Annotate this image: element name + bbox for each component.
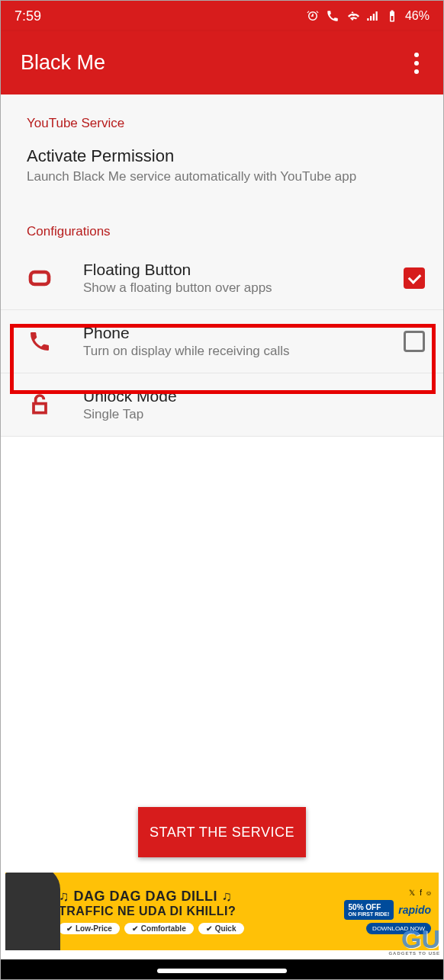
permission-title: Activate Permission	[27, 146, 417, 166]
ad-headline-2: TRAFFIC NE UDA DI KHILLI?	[59, 905, 339, 918]
ad-headline-1: ♫ DAG DAG DAG DILLI ♫	[59, 889, 339, 905]
instagram-icon: ⌾	[426, 889, 431, 897]
start-service-label: START THE SERVICE	[150, 825, 294, 841]
permission-subtitle: Launch Black Me service automatically wi…	[27, 169, 417, 184]
ad-pill: ✔ Comfortable	[124, 923, 194, 934]
config-list: Floating Button Show a floating button o…	[1, 247, 443, 437]
signal-icon	[365, 9, 379, 23]
list-item-subtitle: Show a floating button over apps	[83, 280, 404, 296]
battery-percent: 46%	[405, 9, 430, 23]
app-bar: Black Me	[1, 31, 443, 94]
list-item-subtitle: Turn on display while receiving calls	[83, 344, 404, 359]
ad-text: ♫ DAG DAG DAG DILLI ♫ TRAFFIC NE UDA DI …	[59, 889, 339, 934]
status-bar: 7:59 46%	[1, 1, 443, 31]
svg-rect-0	[31, 272, 49, 284]
status-time: 7:59	[14, 8, 41, 24]
config-unlock-mode-row[interactable]: Unlock Mode Single Tap	[1, 373, 443, 437]
config-phone-row[interactable]: Phone Turn on display while receiving ca…	[1, 310, 443, 373]
activate-permission-row[interactable]: Activate Permission Launch Black Me serv…	[1, 139, 443, 203]
unlock-icon	[22, 392, 57, 417]
battery-icon	[385, 9, 399, 23]
list-item-title: Phone	[83, 324, 404, 342]
ad-banner[interactable]: ♫ DAG DAG DAG DILLI ♫ TRAFFIC NE UDA DI …	[5, 873, 439, 950]
rectangle-icon	[22, 266, 57, 290]
section-header-config: Configurations	[1, 203, 443, 247]
twitter-icon: 𝕏	[409, 889, 415, 897]
facebook-icon: f	[420, 889, 422, 897]
ad-brand-logo: rapido	[398, 904, 431, 916]
main-content: YouTube Service Activate Permission Laun…	[1, 94, 443, 437]
ad-pill: ✔ Low-Price	[59, 923, 120, 934]
list-item-title: Floating Button	[83, 261, 404, 279]
overflow-menu-button[interactable]	[410, 48, 423, 78]
list-item-title: Unlock Mode	[83, 387, 425, 405]
ad-offer-badge: 50% OFF ON FIRST RIDE!	[344, 900, 394, 921]
status-icons: 46%	[306, 9, 430, 23]
ad-download-button[interactable]: DOWNLOAD NOW	[366, 923, 431, 934]
floating-button-checkbox[interactable]	[404, 267, 425, 289]
call-status-icon	[326, 9, 339, 23]
alarm-icon	[306, 9, 320, 23]
wifi-icon	[346, 9, 359, 23]
nav-bar	[1, 959, 443, 979]
ad-social-icons: 𝕏f⌾	[409, 889, 431, 897]
app-title: Black Me	[21, 51, 105, 75]
phone-checkbox[interactable]	[404, 331, 425, 352]
phone-icon	[22, 329, 57, 354]
list-item-subtitle: Single Tap	[83, 407, 425, 422]
ad-person-image	[5, 873, 60, 950]
section-header-youtube: YouTube Service	[1, 94, 443, 139]
ad-right: 𝕏f⌾ 50% OFF ON FIRST RIDE! rapido DOWNLO…	[344, 889, 431, 935]
config-floating-button-row[interactable]: Floating Button Show a floating button o…	[1, 247, 443, 310]
ad-pills: ✔ Low-Price ✔ Comfortable ✔ Quick	[59, 923, 339, 934]
ad-pill: ✔ Quick	[198, 923, 244, 934]
start-service-button[interactable]: START THE SERVICE	[138, 807, 306, 857]
